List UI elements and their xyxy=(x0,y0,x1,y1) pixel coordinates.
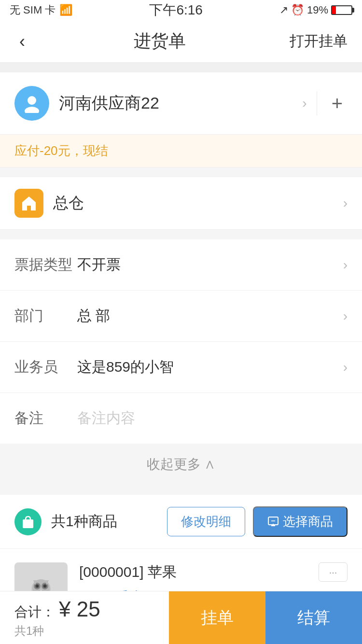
svg-point-1 xyxy=(25,107,39,113)
svg-point-0 xyxy=(28,96,36,105)
supplier-name: 河南供应商22 xyxy=(59,92,302,114)
hang-button[interactable]: 挂单 xyxy=(169,591,265,644)
battery-icon xyxy=(331,5,352,15)
supplier-chevron-icon: › xyxy=(302,96,306,111)
supplier-section: 河南供应商22 › + 应付-20元，现结 xyxy=(0,72,362,168)
product-code: [0000001] xyxy=(79,564,143,580)
location-icon: ↗ xyxy=(279,4,288,16)
page-title: 进货单 xyxy=(134,29,186,53)
supplier-divider xyxy=(317,91,317,115)
supplier-avatar-icon xyxy=(22,94,42,113)
bottom-bar: 合计： ¥ 25 共1种 挂单 结算 xyxy=(0,591,362,644)
total-sub: 共1种 xyxy=(14,623,154,639)
remark-placeholder: 备注内容 xyxy=(77,408,348,428)
checkout-label: 结算 xyxy=(297,607,330,629)
status-left: 无 SIM 卡 📶 xyxy=(10,3,72,17)
product-count: 共1种商品 xyxy=(51,512,167,532)
invoice-type-value: 不开票 xyxy=(77,255,343,275)
collapse-row[interactable]: 收起更多 ∧ xyxy=(0,444,362,485)
select-product-label: 选择商品 xyxy=(283,513,333,530)
status-bar: 无 SIM 卡 📶 下午6:16 ↗ ⏰ 19% xyxy=(0,0,362,20)
notice-bar: 应付-20元，现结 xyxy=(0,135,362,168)
warehouse-row[interactable]: 总仓 › xyxy=(0,177,362,230)
modify-detail-button[interactable]: 修改明细 xyxy=(167,507,245,536)
open-hang-button[interactable]: 打开挂单 xyxy=(290,31,348,51)
warehouse-name: 总仓 xyxy=(53,193,343,214)
shopping-bag-icon xyxy=(21,515,35,529)
svg-rect-2 xyxy=(23,519,33,528)
hang-label: 挂单 xyxy=(201,607,234,629)
form-section: 票据类型 不开票 › 部门 总 部 › 业务员 这是859的小智 › 备注 备注… xyxy=(0,239,362,444)
back-button[interactable]: ‹ xyxy=(14,27,30,56)
bottom-total: 合计： ¥ 25 共1种 xyxy=(0,591,169,644)
warehouse-chevron-icon: › xyxy=(343,196,348,211)
warehouse-icon xyxy=(14,189,43,218)
select-product-icon xyxy=(267,516,279,528)
invoice-type-row[interactable]: 票据类型 不开票 › xyxy=(0,239,362,291)
product-title: 苹果 xyxy=(148,564,177,580)
department-label: 部门 xyxy=(14,306,77,326)
product-header: 共1种商品 修改明细 选择商品 xyxy=(0,495,362,549)
invoice-type-label: 票据类型 xyxy=(14,255,77,275)
supplier-row[interactable]: 河南供应商22 › + xyxy=(0,72,362,135)
wifi-icon: 📶 xyxy=(59,4,72,16)
product-more-button[interactable]: ··· xyxy=(319,562,348,582)
total-amount: ¥ 25 xyxy=(59,597,100,621)
nav-bar: ‹ 进货单 打开挂单 xyxy=(0,20,362,63)
alarm-icon: ⏰ xyxy=(291,4,304,16)
product-header-icon xyxy=(14,508,42,535)
collapse-label: 收起更多 ∧ xyxy=(147,455,216,474)
svg-point-14 xyxy=(44,585,46,587)
department-chevron-icon: › xyxy=(343,308,348,324)
department-value: 总 部 xyxy=(77,306,343,326)
remark-label: 备注 xyxy=(14,408,77,428)
checkout-button[interactable]: 结算 xyxy=(265,591,362,644)
remark-row[interactable]: 备注 备注内容 xyxy=(0,393,362,444)
total-row: 合计： ¥ 25 xyxy=(14,597,154,621)
status-time: 下午6:16 xyxy=(149,1,203,19)
carrier-text: 无 SIM 卡 xyxy=(10,3,56,17)
battery-percent: 19% xyxy=(307,4,328,16)
add-button[interactable]: + xyxy=(327,88,348,119)
salesperson-value: 这是859的小智 xyxy=(77,357,343,377)
total-label: 合计： xyxy=(14,603,55,621)
select-product-button[interactable]: 选择商品 xyxy=(253,506,348,537)
supplier-avatar xyxy=(14,86,49,121)
warehouse-home-icon xyxy=(21,195,37,211)
svg-point-13 xyxy=(36,585,38,587)
section-divider-1 xyxy=(0,63,362,72)
salesperson-row[interactable]: 业务员 这是859的小智 › xyxy=(0,342,362,393)
status-right: ↗ ⏰ 19% xyxy=(279,4,352,16)
product-name: [0000001] 苹果 xyxy=(79,562,311,582)
salesperson-label: 业务员 xyxy=(14,357,77,377)
salesperson-chevron-icon: › xyxy=(343,360,348,375)
department-row[interactable]: 部门 总 部 › xyxy=(0,291,362,342)
invoice-type-chevron-icon: › xyxy=(343,257,348,273)
